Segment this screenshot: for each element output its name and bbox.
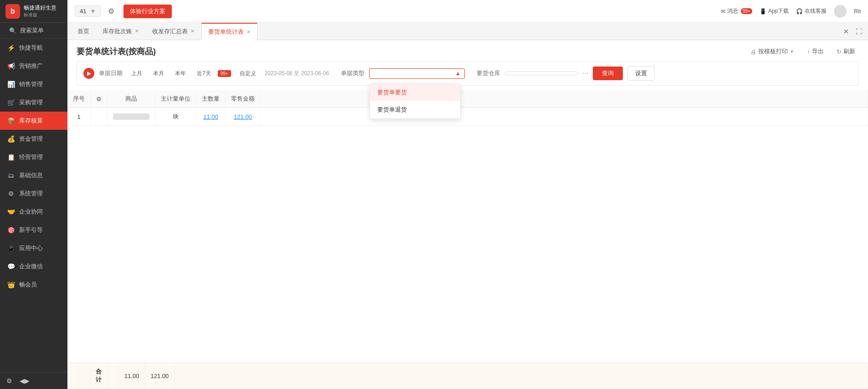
type-dropdown: 要货单要货 要货单退货	[370, 83, 461, 119]
support-action[interactable]: 🎧 在线客服	[796, 7, 827, 15]
filter-more-icon[interactable]: ···	[582, 69, 588, 77]
company-id: 41	[80, 8, 86, 15]
message-icon: ✉	[721, 8, 725, 15]
sidebar-item-quick-nav[interactable]: ⚡ 快捷导航	[0, 39, 67, 57]
date-btn-this-year[interactable]: 本年	[171, 68, 190, 79]
messages-action[interactable]: ✉ 消息 99+	[721, 7, 752, 15]
tab-order-summary-close[interactable]: ✕	[247, 29, 251, 35]
cell-gear	[91, 108, 108, 126]
header-right: ✉ 消息 99+ 📱 App下载 🎧 在线客服 Rit	[721, 5, 861, 18]
table-row: 1 块 11.00 121.00	[67, 108, 868, 126]
tab-restore-btn[interactable]: ⛶	[853, 26, 864, 37]
table-wrap: 序号 ⚙ 商品 主计量单位 主数量 零售金额 1	[67, 90, 868, 363]
col-qty: 主数量	[196, 90, 226, 108]
page-actions: 🖨 按模板打印 ▼ ↑ 导出 ↻ 刷新	[747, 46, 859, 57]
tab-inventory-batch-label: 库存批次账	[103, 27, 132, 36]
product-name-placeholder	[113, 113, 149, 120]
sidebar-item-finance[interactable]: 💰 资金管理	[0, 130, 67, 148]
sidebar-item-marketing[interactable]: 📢 营销推广	[0, 57, 67, 75]
sidebar-item-member[interactable]: 👑 畅会员	[0, 276, 67, 294]
content-area: 要货单统计表(按商品) 🖨 按模板打印 ▼ ↑ 导出 ↻ 刷新 ▶	[67, 40, 868, 389]
user-avatar[interactable]	[834, 5, 847, 18]
sidebar-item-basic[interactable]: 🗂 基础信息	[0, 166, 67, 184]
nav-icon-guide: 🎯	[6, 225, 15, 235]
tabs-bar: 首页 库存批次账 ✕ 收发存汇总表 ✕ 要货单统计表 ✕ ✕ ⛶	[67, 23, 868, 40]
nav-label-wechat: 企业微信	[19, 262, 43, 271]
tab-home[interactable]: 首页	[71, 23, 96, 40]
export-btn[interactable]: ↑ 导出	[804, 46, 828, 57]
sidebar-item-business[interactable]: 📋 经营管理	[0, 148, 67, 166]
collapse-icon[interactable]: ◀▶	[20, 377, 30, 384]
settings-button[interactable]: 设置	[627, 66, 655, 81]
export-icon: ↑	[807, 48, 811, 55]
sidebar-item-sales[interactable]: 📊 销售管理	[0, 75, 67, 93]
summary-amount: 121.00	[145, 363, 175, 389]
cell-amount: 121.00	[226, 108, 261, 126]
print-arrow-icon: ▼	[790, 49, 795, 54]
download-action[interactable]: 📱 App下载	[760, 7, 789, 15]
tabs-controls: ✕ ⛶	[841, 26, 864, 37]
nav-label-purchase: 采购管理	[19, 98, 43, 107]
cell-extra	[261, 108, 868, 126]
refresh-label: 刷新	[843, 47, 855, 56]
tab-inventory-batch-close[interactable]: ✕	[135, 28, 139, 34]
nav-icon-finance: 💰	[6, 134, 15, 143]
sidebar-nav: ⚡ 快捷导航 📢 营销推广 📊 销售管理 🛒 采购管理 📦 库存核算 💰 资金管…	[0, 39, 67, 372]
type-select-box[interactable]: ▲ 要货单要货 要货单退货	[369, 68, 465, 79]
sidebar-item-wechat[interactable]: 💬 企业微信	[0, 257, 67, 276]
qty-link[interactable]: 11.00	[203, 113, 218, 120]
tab-close-all-btn[interactable]: ✕	[841, 26, 852, 37]
sidebar-item-guide[interactable]: 🎯 新手引导	[0, 221, 67, 239]
date-more-btn[interactable]: 99+	[218, 70, 231, 77]
nav-label-guide: 新手引导	[19, 226, 43, 234]
sidebar-item-inventory[interactable]: 📦 库存核算	[0, 112, 67, 130]
nav-icon-enterprise: 🤝	[6, 207, 15, 216]
sidebar-item-enterprise[interactable]: 🤝 企业协同	[0, 203, 67, 221]
cell-qty: 11.00	[196, 108, 226, 126]
amount-link[interactable]: 121.00	[234, 113, 252, 120]
date-btn-this-month[interactable]: 本月	[149, 68, 168, 79]
date-btn-last-month[interactable]: 上月	[127, 68, 146, 79]
sidebar-item-system[interactable]: ⚙ 系统管理	[0, 184, 67, 203]
nav-label-finance: 资金管理	[19, 135, 43, 143]
tab-receive-summary-close[interactable]: ✕	[190, 28, 195, 34]
search-menu[interactable]: 🔍 搜索菜单	[0, 23, 67, 39]
settings-gear-btn[interactable]: ⚙	[104, 5, 118, 18]
support-icon: 🎧	[796, 8, 803, 15]
date-filter-label: 单据日期	[99, 69, 123, 77]
nav-icon-inventory: 📦	[6, 116, 15, 125]
search-icon: 🔍	[9, 27, 16, 34]
dropdown-item-order-return[interactable]: 要货单退货	[370, 101, 460, 118]
nav-label-enterprise: 企业协同	[19, 208, 43, 216]
dropdown-item-order-goods[interactable]: 要货单要货	[370, 84, 460, 101]
sidebar-item-app-center[interactable]: 📱 应用中心	[0, 239, 67, 257]
nav-label-inventory: 库存核算	[19, 117, 43, 125]
nav-icon-member: 👑	[6, 280, 15, 289]
print-btn[interactable]: 🖨 按模板打印 ▼	[747, 46, 798, 57]
sidebar-item-purchase[interactable]: 🛒 采购管理	[0, 93, 67, 112]
tab-inventory-batch[interactable]: 库存批次账 ✕	[96, 23, 146, 40]
query-button[interactable]: 查询	[593, 67, 623, 80]
warehouse-select-box[interactable]	[505, 72, 578, 75]
refresh-btn[interactable]: ↻ 刷新	[833, 46, 859, 57]
expand-filter-btn[interactable]: ▶	[83, 68, 94, 79]
sidebar: b 畅捷通好生意 标准版 🔍 搜索菜单 ⚡ 快捷导航 📢 营销推广 📊 销售管理…	[0, 0, 67, 389]
nav-label-system: 系统管理	[19, 189, 43, 198]
filter-bar: ▶ 单据日期 上月 本月 本年 近7天 99+ 自定义 2023-05-06 至…	[77, 61, 859, 86]
tab-order-summary[interactable]: 要货单统计表 ✕	[201, 23, 257, 40]
date-btn-7days[interactable]: 近7天	[193, 68, 215, 79]
tab-receive-summary-label: 收发存汇总表	[152, 27, 188, 36]
page-title-bar: 要货单统计表(按商品) 🖨 按模板打印 ▼ ↑ 导出 ↻ 刷新	[67, 40, 868, 61]
nav-icon-purchase: 🛒	[6, 98, 15, 107]
tab-receive-summary[interactable]: 收发存汇总表 ✕	[146, 23, 201, 40]
col-gear-icon: ⚙	[96, 96, 102, 102]
nav-icon-basic: 🗂	[6, 171, 15, 180]
col-gear: ⚙	[91, 90, 108, 108]
custom-date-btn[interactable]: 自定义	[236, 68, 260, 79]
type-select-input[interactable]	[373, 70, 455, 77]
settings-icon[interactable]: ⚙	[6, 377, 12, 384]
company-selector[interactable]: 41 ▼	[75, 5, 101, 17]
trial-button[interactable]: 体验行业方案	[123, 5, 172, 18]
chevron-down-icon: ▼	[90, 8, 96, 15]
nav-label-quick-nav: 快捷导航	[19, 44, 43, 52]
